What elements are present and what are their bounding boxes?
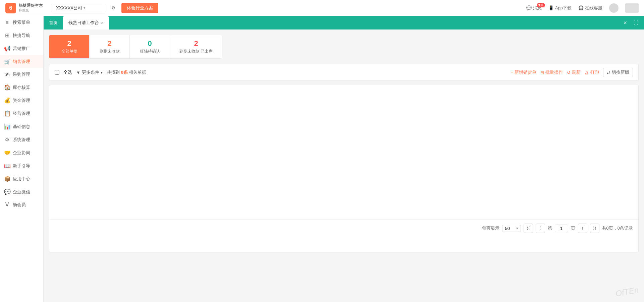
toolbar: 全选 ▼ 更多条件 ▾ 共找到 0条 相关单据 + 新增销货单 ⊞ 批量操作 ↺… bbox=[49, 64, 639, 81]
filter-button[interactable]: ▼ 更多条件 ▾ bbox=[76, 69, 103, 75]
sidebar-item-inventory[interactable]: 🏠 库存核算 bbox=[0, 81, 43, 94]
sidebar-item-member[interactable]: V 畅会员 bbox=[0, 198, 43, 211]
chevron-down-icon: ▾ bbox=[84, 6, 85, 10]
message-button[interactable]: 💬 消息 99+ bbox=[526, 5, 542, 11]
sidebar-item-sales[interactable]: 🛒 销售管理 bbox=[0, 55, 43, 68]
company-selector[interactable]: XXXXXX公司 ▾ bbox=[52, 3, 105, 13]
enterprise-icon: 🤝 bbox=[4, 149, 10, 156]
sidebar-item-label: 畅会员 bbox=[13, 202, 26, 208]
sidebar: ≡ 搜索菜单 ⊞ 快捷导航 📢 营销推广 🛒 销售管理 🛍 采购管理 🏠 库存核… bbox=[0, 16, 44, 302]
filter-label: 更多条件 bbox=[82, 69, 99, 75]
filter-icon: ▼ bbox=[76, 70, 80, 75]
stat-count-all: 2 bbox=[59, 39, 80, 48]
stat-label-shipped: 到期未收款 已出库 bbox=[179, 49, 213, 54]
tab-home[interactable]: 首页 bbox=[44, 16, 63, 29]
sidebar-item-operations[interactable]: 📋 经营管理 bbox=[0, 107, 43, 120]
switch-version-button[interactable]: ⇄ 切换新版 bbox=[603, 68, 633, 77]
stat-tab-all[interactable]: 2 全部单据 bbox=[49, 35, 90, 58]
sidebar-item-enterprise[interactable]: 🤝 企业协同 bbox=[0, 146, 43, 159]
page-size-select[interactable]: 50 100 200 bbox=[502, 225, 521, 232]
stat-label-all: 全部单据 bbox=[59, 49, 80, 54]
system-icon: ⚙ bbox=[4, 136, 10, 143]
wechat-icon: 💬 bbox=[4, 189, 10, 195]
operations-icon: 📋 bbox=[4, 110, 10, 117]
tab-workbench[interactable]: 钱货日清工作台 × bbox=[63, 16, 109, 29]
stat-tab-overdue[interactable]: 2 到期未收款 bbox=[90, 35, 130, 58]
download-icon: 📱 bbox=[548, 5, 554, 10]
new-sales-button[interactable]: + 新增销货单 bbox=[511, 69, 536, 75]
sidebar-item-label: 企业微信 bbox=[13, 189, 30, 195]
page-next-button[interactable]: ⟩ bbox=[578, 224, 587, 233]
settings-button[interactable]: ⚙ bbox=[108, 3, 119, 13]
tab-expand-button[interactable]: ⛶ bbox=[632, 19, 640, 27]
sidebar-item-app-center[interactable]: 📦 应用中心 bbox=[0, 172, 43, 185]
refresh-button[interactable]: ↺ 刷新 bbox=[567, 69, 581, 75]
user-name bbox=[625, 3, 639, 13]
content-body: 2 全部单据 2 到期未收款 0 旺辅待确认 2 到期未收款 已出库 全选 ▼ … bbox=[44, 29, 644, 258]
page-first-button[interactable]: ⟨⟨ bbox=[524, 224, 533, 233]
table-empty bbox=[49, 85, 638, 219]
filter-chevron-icon: ▾ bbox=[101, 70, 103, 75]
top-right-area: 💬 消息 99+ 📱 App下载 🎧 在线客服 bbox=[526, 3, 639, 13]
stats-tabs: 2 全部单据 2 到期未收款 0 旺辅待确认 2 到期未收款 已出库 bbox=[49, 35, 222, 59]
sidebar-item-marketing[interactable]: 📢 营销推广 bbox=[0, 42, 43, 55]
sidebar-item-label: 基础信息 bbox=[13, 124, 30, 130]
sidebar-item-quick-nav[interactable]: ⊞ 快捷导航 bbox=[0, 29, 43, 42]
sidebar-item-purchase[interactable]: 🛍 采购管理 bbox=[0, 68, 43, 81]
stat-tab-pending[interactable]: 0 旺辅待确认 bbox=[130, 35, 170, 58]
pagination: 每页显示 50 100 200 ⟨⟨ ⟨ 第 页 ⟩ ⟩⟩ 共0页，0条记录 bbox=[49, 219, 638, 237]
tab-close-all-button[interactable]: ✕ bbox=[621, 19, 629, 27]
switch-icon: ⇄ bbox=[607, 70, 610, 75]
select-all-label: 全选 bbox=[63, 69, 72, 75]
sidebar-item-label: 营销推广 bbox=[13, 46, 30, 52]
sidebar-item-label: 系统管理 bbox=[13, 137, 30, 143]
stat-label-pending: 旺辅待确认 bbox=[139, 49, 160, 54]
purchase-icon: 🛍 bbox=[4, 71, 10, 77]
found-text: 共找到 0条 相关单据 bbox=[107, 69, 146, 75]
page-prev-button[interactable]: ⟨ bbox=[536, 224, 545, 233]
toolbar-right: + 新增销货单 ⊞ 批量操作 ↺ 刷新 🖨 打印 ⇄ 切换新版 bbox=[511, 68, 633, 77]
message-badge: 99+ bbox=[537, 3, 545, 7]
tab-close-icon[interactable]: × bbox=[101, 20, 103, 25]
stat-count-overdue: 2 bbox=[99, 39, 120, 48]
tab-home-label: 首页 bbox=[49, 20, 58, 26]
logo-icon: 6 bbox=[5, 3, 16, 13]
sidebar-item-funds[interactable]: 💰 资金管理 bbox=[0, 94, 43, 107]
main-content: 2 全部单据 2 到期未收款 0 旺辅待确认 2 到期未收款 已出库 全选 ▼ … bbox=[44, 29, 644, 302]
sidebar-item-label: 新手引导 bbox=[13, 163, 30, 169]
quick-nav-icon: ⊞ bbox=[4, 32, 10, 39]
page-last-button[interactable]: ⟩⟩ bbox=[590, 224, 599, 233]
app-center-icon: 📦 bbox=[4, 176, 10, 182]
sidebar-item-search-menu[interactable]: ≡ 搜索菜单 bbox=[0, 16, 43, 29]
page-input[interactable] bbox=[555, 225, 568, 232]
select-all-checkbox[interactable] bbox=[55, 70, 59, 75]
print-button[interactable]: 🖨 打印 bbox=[585, 69, 599, 75]
stat-count-pending: 0 bbox=[139, 39, 160, 48]
message-icon: 💬 bbox=[526, 5, 532, 10]
avatar[interactable] bbox=[609, 3, 619, 13]
member-icon: V bbox=[4, 202, 10, 208]
stat-label-overdue: 到期未收款 bbox=[99, 49, 120, 54]
marketing-icon: 📢 bbox=[4, 45, 10, 52]
online-service-button[interactable]: 🎧 在线客服 bbox=[578, 5, 602, 11]
industry-button[interactable]: 体验行业方案 bbox=[121, 3, 158, 13]
tab-bar: 首页 钱货日清工作台 × ✕ ⛶ bbox=[44, 16, 644, 29]
batch-button[interactable]: ⊞ 批量操作 bbox=[540, 69, 563, 75]
app-download-button[interactable]: 📱 App下载 bbox=[548, 5, 572, 11]
basic-info-icon: 📊 bbox=[4, 123, 10, 130]
batch-icon: ⊞ bbox=[540, 70, 544, 75]
sidebar-item-label: 采购管理 bbox=[13, 71, 30, 77]
sidebar-item-system[interactable]: ⚙ 系统管理 bbox=[0, 133, 43, 146]
sidebar-item-basic-info[interactable]: 📊 基础信息 bbox=[0, 120, 43, 133]
sidebar-item-label: 资金管理 bbox=[13, 98, 30, 104]
logo-text: 畅捷通好生意 标准版 bbox=[19, 3, 43, 13]
stat-tab-shipped[interactable]: 2 到期未收款 已出库 bbox=[170, 35, 222, 58]
page-label: 第 bbox=[548, 225, 552, 231]
sidebar-item-guide[interactable]: 📖 新手引导 bbox=[0, 159, 43, 172]
sidebar-item-wechat[interactable]: 💬 企业微信 bbox=[0, 185, 43, 198]
guide-icon: 📖 bbox=[4, 163, 10, 169]
sidebar-item-label: 搜索菜单 bbox=[13, 19, 30, 25]
print-icon: 🖨 bbox=[585, 70, 589, 75]
sidebar-item-label: 经营管理 bbox=[13, 111, 30, 117]
sidebar-item-label: 应用中心 bbox=[13, 176, 30, 182]
